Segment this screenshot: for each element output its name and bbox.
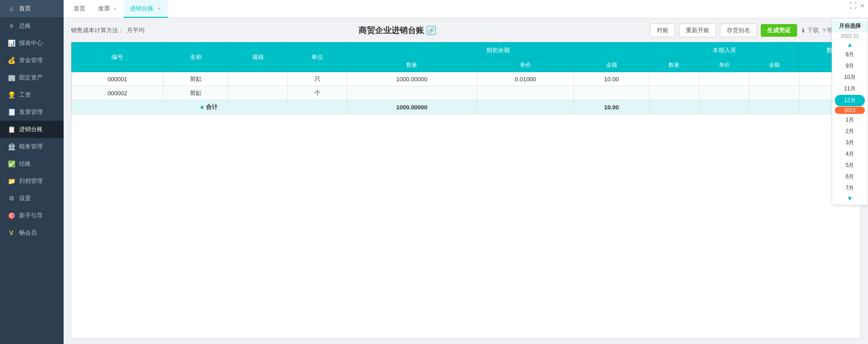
cell-ru-amount-0 (749, 72, 799, 86)
checkout-icon: ✅ (7, 160, 15, 167)
month-panel-title: 月份选择 (832, 20, 868, 32)
shengcheng-button[interactable]: 生成凭证 (761, 24, 797, 37)
col-sub-ru-qty: 数量 (649, 59, 699, 72)
sidebar-label-guide: 新手引导 (19, 211, 43, 220)
tab-invoice-label: 发票 (98, 5, 110, 13)
chongxin-button[interactable]: 重新开账 (679, 24, 716, 37)
total-ru-amount (749, 100, 799, 114)
col-header-unit: 单位 (288, 43, 347, 72)
cell-spec-1 (229, 86, 288, 100)
month-item-9[interactable]: 9月 (832, 60, 868, 72)
sidebar-label-finance: 资金管理 (19, 56, 43, 64)
sidebar-item-report[interactable]: 📊 报表中心 (0, 34, 64, 52)
month-item-2[interactable]: 2月 (832, 126, 868, 137)
cunshu-button[interactable]: 存货别名 (720, 24, 757, 37)
cell-qi-amount-0: 10.00 (574, 72, 649, 86)
month-item-12[interactable]: 12月 (835, 95, 865, 106)
sidebar-item-home[interactable]: ⌂ 首页 (0, 0, 64, 17)
total-row: ■ 合计 1000.00000 10.00 (72, 100, 860, 114)
settings-icon: ⚙ (7, 195, 15, 202)
sidebar-item-tax[interactable]: 🏦 税务管理 (0, 138, 64, 155)
sidebar-item-assets[interactable]: 🏢 固定资产 (0, 69, 64, 86)
month-item-1[interactable]: 1月 (832, 114, 868, 126)
home-icon: ⌂ (7, 5, 15, 12)
cell-qi-amount-1 (574, 86, 649, 100)
month-item-3[interactable]: 3月 (832, 137, 868, 148)
cell-ru-price-1 (699, 86, 749, 100)
tab-invoice-close[interactable]: × (113, 6, 117, 11)
sidebar-item-guide[interactable]: 🎯 新手引导 (0, 207, 64, 224)
month-item-7[interactable]: 7月 (832, 182, 868, 194)
cell-ru-qty-0 (649, 72, 699, 86)
maximize-button[interactable]: ⛶ (849, 2, 857, 10)
purchase-sales-table: 编号 名称 规格 单位 期初余额 本期入库 数 数量 单价 金额 数量 单价 (71, 42, 860, 114)
sidebar-item-invoice-mgmt[interactable]: 🧾 发票管理 (0, 103, 64, 121)
sidebar-label-home: 首页 (19, 5, 31, 13)
month-panel-year-2022: 2022.12 (832, 32, 868, 40)
tab-purchase-sales[interactable]: 进销台账 × (124, 0, 167, 18)
col-sub-qi-price: 单价 (477, 59, 574, 72)
title-link-icon[interactable]: 🔗 (427, 26, 436, 35)
sidebar-item-purchase-sales[interactable]: 📋 进销台账 (0, 121, 64, 138)
sidebar-item-ledger[interactable]: ≡ 总账 (0, 17, 64, 34)
month-item-6[interactable]: 6月 (832, 171, 868, 182)
col-header-name: 名称 (163, 43, 229, 72)
download-label: 下载 (807, 26, 819, 34)
scroll-down-arrow[interactable]: ▼ (832, 194, 868, 203)
year-2023-badge: 2023 (835, 107, 865, 114)
col-sub-qi-qty: 数量 (347, 59, 477, 72)
col-header-ruku: 本期入库 (649, 43, 799, 59)
sidebar-label-salary: 工资 (19, 91, 31, 99)
scroll-up-arrow[interactable]: ▲ (832, 40, 868, 49)
purchase-sales-icon: 📋 (7, 126, 15, 133)
window-controls: ⛶ × (849, 2, 864, 10)
month-item-4[interactable]: 4月 (832, 148, 868, 160)
sidebar-item-member[interactable]: V 畅会员 (0, 224, 64, 241)
sidebar-label-invoice-mgmt: 发票管理 (19, 108, 43, 116)
main-area: 首页 发票 × 进销台账 × 销售成本计算方法： 月平均 商贸企业进销台账 🔗 … (64, 0, 868, 344)
tab-home[interactable]: 首页 (67, 0, 92, 18)
col-sub-qi-amount: 金额 (574, 59, 649, 72)
cell-id-1: 000002 (72, 86, 164, 100)
total-qi-qty: 1000.00000 (347, 100, 477, 114)
tab-purchase-sales-close[interactable]: × (156, 6, 161, 11)
total-text: 合计 (206, 103, 218, 110)
month-item-11[interactable]: 11月 (832, 83, 868, 94)
cell-qi-qty-1 (347, 86, 477, 100)
sidebar-item-checkout[interactable]: ✅ 结账 (0, 155, 64, 172)
total-ru-price (699, 100, 749, 114)
cell-spec-0 (229, 72, 288, 86)
assets-icon: 🏢 (7, 74, 15, 81)
download-button[interactable]: ⬇ 下载 (801, 26, 819, 34)
cost-method-value: 月平均 (127, 26, 145, 34)
month-item-10[interactable]: 10月 (832, 72, 868, 83)
sidebar-label-tax: 税务管理 (19, 143, 43, 151)
cell-ru-amount-1 (749, 86, 799, 100)
toolbar-row: 销售成本计算方法： 月平均 商贸企业进销台账 🔗 对账 重新开账 存货别名 生成… (71, 24, 861, 37)
table-row: 000002 前缸 个 (72, 86, 860, 100)
table-row: 000001 前缸 只 1000.00000 0.01000 10.00 (72, 72, 860, 86)
col-sub-ru-price: 单价 (699, 59, 749, 72)
month-item-8[interactable]: 8月 (832, 49, 868, 60)
tab-home-label: 首页 (74, 5, 85, 13)
archive-icon: 📁 (7, 177, 15, 185)
sidebar-label-purchase-sales: 进销台账 (19, 125, 43, 133)
month-item-5[interactable]: 5月 (832, 160, 868, 171)
duizhang-button[interactable]: 对账 (650, 24, 675, 37)
close-button[interactable]: × (860, 2, 864, 10)
cell-unit-1: 个 (288, 86, 347, 100)
col-header-biaohao: 编号 (72, 43, 164, 72)
col-sub-ru-amount: 金额 (749, 59, 799, 72)
sidebar-item-settings[interactable]: ⚙ 设置 (0, 190, 64, 207)
sidebar-item-salary[interactable]: 👷 工资 (0, 86, 64, 103)
sidebar-item-finance[interactable]: 💰 资金管理 (0, 52, 64, 69)
sidebar-item-archive[interactable]: 📁 归档管理 (0, 172, 64, 190)
tab-invoice[interactable]: 发票 × (92, 0, 124, 18)
sidebar-label-report: 报表中心 (19, 39, 43, 47)
total-icon: ■ (200, 104, 204, 110)
cell-qi-price-1 (477, 86, 574, 100)
cell-name-0: 前缸 (163, 72, 229, 86)
salary-icon: 👷 (7, 91, 15, 98)
sidebar-label-settings: 设置 (19, 194, 31, 202)
table-wrapper: 编号 名称 规格 单位 期初余额 本期入库 数 数量 单价 金额 数量 单价 (71, 42, 861, 339)
